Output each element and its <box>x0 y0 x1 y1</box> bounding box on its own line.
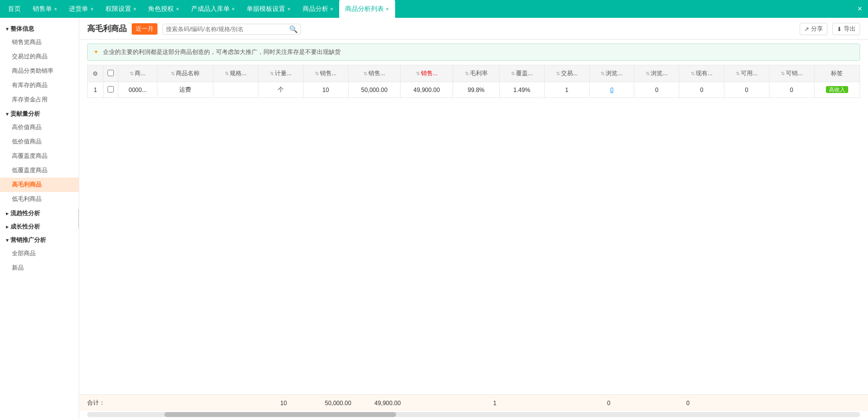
search-box[interactable]: 🔍 <box>162 24 301 35</box>
sidebar-group-marketing[interactable]: ▾ 营销推广分析 <box>0 233 79 246</box>
sort-icon-stock-sale[interactable]: ⇅ <box>781 71 785 76</box>
sort-icon-views2[interactable]: ⇅ <box>646 71 650 76</box>
nav-permission[interactable]: 权限设置 × <box>100 0 142 18</box>
sort-icon-amount[interactable]: ⇅ <box>363 71 367 76</box>
sidebar-item-low-value[interactable]: 低价值商品 <box>0 135 79 149</box>
cell-name: 运费 <box>157 82 213 98</box>
sort-icon-profit[interactable]: ⇅ <box>416 71 420 76</box>
nav-close-permission[interactable]: × <box>133 6 136 12</box>
nav-analysis-list[interactable]: 商品分析列表 × <box>339 0 395 18</box>
search-input[interactable] <box>166 26 289 33</box>
sidebar-item-all-goods[interactable]: 全部商品 <box>0 246 79 261</box>
search-icon[interactable]: 🔍 <box>289 25 298 33</box>
sidebar-item-stock-goods[interactable]: 有库存的商品 <box>0 78 79 93</box>
star-icon: ✦ <box>94 48 99 55</box>
col-settings[interactable]: ⚙ <box>88 65 103 82</box>
scrollbar-thumb[interactable] <box>164 412 396 417</box>
sidebar-group-growth[interactable]: ▸ 成长性分析 <box>0 220 79 233</box>
table-container: ⚙ ⇅商... ⇅商品名称 ⇅规格... ⇅计量... ⇅销售... ⇅销售..… <box>79 65 868 394</box>
sidebar: ▾ 整体信息 销售览商品 交易过的商品 商品分类助销率 有库存的商品 库存资金占… <box>0 18 79 419</box>
period-button[interactable]: 近一月 <box>132 23 157 35</box>
cell-checkbox[interactable] <box>103 82 118 98</box>
cell-views1[interactable]: 0 <box>589 82 634 98</box>
sort-icon-coverage[interactable]: ⇅ <box>511 71 515 76</box>
cell-unit: 个 <box>258 82 304 98</box>
nav-sales[interactable]: 销售单 × <box>27 0 63 18</box>
sidebar-item-high-margin[interactable]: 高毛利商品 <box>0 178 79 192</box>
col-sales-qty: ⇅销售... <box>303 65 348 82</box>
cell-sales-qty: 10 <box>303 82 348 98</box>
col-spec: ⇅规格... <box>213 65 258 82</box>
sidebar-group-overall[interactable]: ▾ 整体信息 <box>0 22 79 35</box>
sort-icon-qty[interactable]: ⇅ <box>315 71 319 76</box>
nav-role[interactable]: 角色授权 × <box>142 0 185 18</box>
views1-link[interactable]: 0 <box>610 87 613 93</box>
nav-close-template[interactable]: × <box>287 6 290 12</box>
share-button[interactable]: ↗ 分享 <box>800 23 827 35</box>
nav-close-product-entry[interactable]: × <box>232 6 235 12</box>
sidebar-item-new-goods[interactable]: 新品 <box>0 261 79 275</box>
nav-product-analysis[interactable]: 商品分析 × <box>297 0 339 18</box>
cell-sales-profit: 49,900.00 <box>401 82 453 98</box>
horizontal-scrollbar[interactable] <box>87 412 860 417</box>
arrow-icon-5: ▾ <box>6 237 8 243</box>
sort-icon-unit[interactable]: ⇅ <box>270 71 274 76</box>
sort-icon-trade[interactable]: ⇅ <box>556 71 560 76</box>
sidebar-item-category-rate[interactable]: 商品分类助销率 <box>0 64 79 78</box>
nav-close-role[interactable]: × <box>176 6 179 12</box>
sidebar-item-low-margin[interactable]: 低毛利商品 <box>0 192 79 206</box>
nav-template[interactable]: 单据模板设置 × <box>241 0 296 18</box>
col-checkbox[interactable] <box>103 65 118 82</box>
sidebar-item-stock-fund[interactable]: 库存资金占用 <box>0 93 79 107</box>
cell-tag: 高收入 <box>814 82 860 98</box>
col-name: ⇅商品名称 <box>157 65 213 82</box>
export-button[interactable]: ⬇ 导出 <box>832 23 860 35</box>
footer-stock-current: 0 <box>607 400 652 407</box>
sidebar-group-trend[interactable]: ▸ 流趋性分析 <box>0 206 79 220</box>
sort-icon-margin[interactable]: ⇅ <box>465 71 469 76</box>
nav-close-product-analysis[interactable]: × <box>330 6 333 12</box>
cell-coverage: 1.49% <box>499 82 544 98</box>
sidebar-group-contribution[interactable]: ▾ 贡献量分析 <box>0 107 79 120</box>
nav-purchase[interactable]: 进货单 × <box>63 0 99 18</box>
nav-close-analysis-list[interactable]: × <box>386 6 389 12</box>
nav-product-entry[interactable]: 产成品入库单 × <box>185 0 241 18</box>
total-label: 合计： <box>87 399 112 407</box>
sidebar-item-traded-goods[interactable]: 交易过的商品 <box>0 49 79 64</box>
cell-spec <box>213 82 258 98</box>
sort-icon-name[interactable]: ⇅ <box>171 71 175 76</box>
nav-home[interactable]: 首页 <box>2 0 27 18</box>
arrow-icon-4: ▸ <box>6 224 8 230</box>
sort-icon-spec[interactable]: ⇅ <box>225 71 229 76</box>
cell-stock-available: 0 <box>724 82 769 98</box>
sort-icon-stock-avail[interactable]: ⇅ <box>736 71 740 76</box>
sidebar-item-high-value[interactable]: 高价值商品 <box>0 120 79 135</box>
settings-icon[interactable]: ⚙ <box>93 70 98 77</box>
sort-icon-stock-current[interactable]: ⇅ <box>691 71 695 76</box>
col-code: ⇅商... <box>118 65 157 82</box>
select-all-checkbox[interactable] <box>107 70 114 76</box>
arrow-icon-2: ▾ <box>6 111 8 117</box>
nav-close-sales[interactable]: × <box>54 6 57 12</box>
header-actions: ↗ 分享 ⬇ 导出 <box>800 23 860 35</box>
cell-gross-margin: 99.8% <box>453 82 500 98</box>
cell-stock-current: 0 <box>679 82 724 98</box>
cell-trade: 1 <box>544 82 589 98</box>
main-area: ▾ 整体信息 销售览商品 交易过的商品 商品分类助销率 有库存的商品 库存资金占… <box>0 18 868 419</box>
sidebar-item-sales-goods[interactable]: 销售览商品 <box>0 35 79 49</box>
cell-code: 0000... <box>118 82 157 98</box>
arrow-icon-3: ▸ <box>6 211 8 216</box>
content-area: 高毛利商品 近一月 🔍 ↗ 分享 ⬇ 导出 ✦ 企业的主要的利润都是这部分商品创… <box>79 18 868 419</box>
footer-amount: 50,000.00 <box>325 400 374 407</box>
share-icon: ↗ <box>804 26 809 33</box>
sort-icon-views1[interactable]: ⇅ <box>601 71 605 76</box>
col-views2: ⇅浏览... <box>634 65 679 82</box>
col-trade: ⇅交易... <box>544 65 589 82</box>
sort-icon[interactable]: ⇅ <box>130 71 134 76</box>
nav-close-purchase[interactable]: × <box>90 6 93 12</box>
sidebar-item-high-coverage[interactable]: 高覆盖度商品 <box>0 149 79 163</box>
sidebar-item-low-coverage[interactable]: 低覆盖度商品 <box>0 163 79 178</box>
col-coverage: ⇅覆盖... <box>499 65 544 82</box>
row-checkbox[interactable] <box>107 86 114 93</box>
close-all-tabs[interactable]: × <box>854 4 866 13</box>
